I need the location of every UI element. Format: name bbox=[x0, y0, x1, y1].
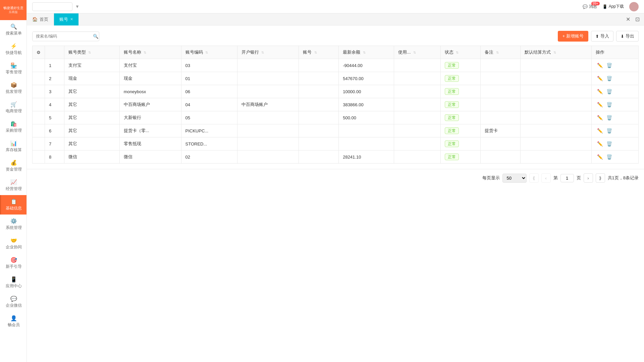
th-remark[interactable]: 备注 ⇅ bbox=[481, 46, 521, 59]
cell-default-settlement bbox=[521, 85, 592, 98]
sidebar-item-app-center[interactable]: 📱 应用中心 bbox=[0, 273, 26, 292]
tab-account[interactable]: 账号 ✕ bbox=[54, 13, 79, 25]
sidebar-item-search-menu[interactable]: 🔍 搜索菜单 bbox=[0, 20, 26, 40]
th-default-settlement[interactable]: 默认结算方式 ⇅ bbox=[521, 46, 592, 59]
app-name: 畅捷通好生意 bbox=[3, 6, 23, 10]
message-badge: 99+ bbox=[591, 2, 600, 5]
cell-index: 7 bbox=[45, 137, 64, 150]
cell-account-code: 01 bbox=[181, 72, 237, 85]
delete-button[interactable]: 🗑️ bbox=[606, 115, 612, 120]
sidebar-item-retail-mgmt[interactable]: 🏪 零售管理 bbox=[0, 59, 26, 78]
status-badge: 正常 bbox=[445, 154, 459, 160]
sort-icon: ⇅ bbox=[363, 51, 366, 54]
page-number-input[interactable] bbox=[560, 174, 574, 182]
th-account-name[interactable]: 账号名称 ⇅ bbox=[119, 46, 181, 59]
sidebar-item-capital-mgmt[interactable]: 💰 资金管理 bbox=[0, 156, 26, 176]
cell-account-code: 05 bbox=[181, 111, 237, 124]
app-download-button[interactable]: 📱 App下载 bbox=[602, 4, 624, 9]
per-page-select[interactable]: 50 10 20 100 bbox=[502, 174, 527, 183]
th-account-code[interactable]: 账号编码 ⇅ bbox=[181, 46, 237, 59]
sidebar-item-operation-mgmt[interactable]: 📈 经营管理 bbox=[0, 176, 26, 195]
tab-maximize-button[interactable]: ⊡ bbox=[633, 15, 641, 23]
chevron-down-icon[interactable]: ▼ bbox=[75, 4, 79, 9]
th-bank[interactable]: 开户银行 ⇅ bbox=[237, 46, 299, 59]
th-usage[interactable]: 使用... ⇅ bbox=[394, 46, 440, 59]
delete-button[interactable]: 🗑️ bbox=[606, 141, 612, 146]
cell-status: 正常 bbox=[440, 72, 481, 85]
cell-actions: ✏️ 🗑️ bbox=[591, 124, 638, 137]
prev-page-button[interactable]: ‹ bbox=[541, 173, 551, 183]
cell-balance: -90444.00 bbox=[339, 59, 394, 72]
sidebar-item-basic-info[interactable]: 📋 基础信息 bbox=[0, 195, 26, 215]
sort-icon: ⇅ bbox=[456, 51, 459, 54]
cell-remark bbox=[481, 150, 521, 164]
th-status[interactable]: 状态 ⇅ bbox=[440, 46, 481, 59]
app-logo: 畅捷通好生意 乐商版 bbox=[0, 0, 26, 20]
edit-button[interactable]: ✏️ bbox=[597, 141, 603, 146]
th-settings[interactable]: ⚙ bbox=[33, 46, 45, 59]
cell-account-type: 现金 bbox=[64, 72, 119, 85]
topbar-search-input[interactable] bbox=[32, 2, 72, 11]
message-button[interactable]: 💬 消息 99+ bbox=[583, 4, 597, 9]
search-input[interactable] bbox=[33, 32, 90, 41]
sidebar-item-label: 搜索菜单 bbox=[6, 31, 22, 36]
delete-button[interactable]: 🗑️ bbox=[606, 154, 612, 160]
tab-close-all-button[interactable]: ✕ bbox=[624, 15, 632, 23]
first-page-button[interactable]: ⟪ bbox=[529, 173, 539, 183]
export-icon: ⬇ bbox=[621, 34, 624, 39]
search-button[interactable]: 🔍 bbox=[90, 32, 99, 41]
th-account-type[interactable]: 账号类型 ⇅ bbox=[64, 46, 119, 59]
cell-account-name: 零售抵现 bbox=[119, 137, 181, 150]
edit-button[interactable]: ✏️ bbox=[597, 76, 603, 81]
import-button[interactable]: ⬆ 导入 bbox=[591, 31, 613, 42]
sidebar-item-inventory[interactable]: 📊 库存核算 bbox=[0, 137, 26, 156]
cell-remark bbox=[481, 111, 521, 124]
tab-home[interactable]: 🏠 首页 bbox=[27, 13, 54, 25]
main-area: ▼ 💬 消息 99+ 📱 App下载 🏠 首页 账号 ✕ ✕ ⊡ bbox=[27, 0, 644, 362]
cell-default-settlement bbox=[521, 72, 592, 85]
sidebar-item-purchase-mgmt[interactable]: 🛍️ 采购管理 bbox=[0, 117, 26, 137]
quick-nav-icon: ⚡ bbox=[10, 43, 17, 49]
edit-button[interactable]: ✏️ bbox=[597, 89, 603, 94]
edit-button[interactable]: ✏️ bbox=[597, 115, 603, 120]
sidebar-item-member[interactable]: 👤 畅会员 bbox=[0, 312, 26, 331]
edit-button[interactable]: ✏️ bbox=[597, 128, 603, 133]
sidebar-item-new-guide[interactable]: 🎯 新手引导 bbox=[0, 253, 26, 273]
sidebar-item-enterprise-wechat[interactable]: 💬 企业微信 bbox=[0, 292, 26, 312]
delete-button[interactable]: 🗑️ bbox=[606, 102, 612, 107]
add-account-button[interactable]: + 新增账号 bbox=[558, 31, 588, 42]
delete-button[interactable]: 🗑️ bbox=[606, 63, 612, 68]
sort-icon: ⇅ bbox=[261, 51, 264, 54]
sidebar-item-system-mgmt[interactable]: ⚙️ 系统管理 bbox=[0, 215, 26, 234]
th-balance[interactable]: 最新余额 ⇅ bbox=[339, 46, 394, 59]
th-account-no[interactable]: 账号 ⇅ bbox=[299, 46, 339, 59]
delete-button[interactable]: 🗑️ bbox=[606, 76, 612, 81]
edit-button[interactable]: ✏️ bbox=[597, 154, 603, 160]
cell-usage bbox=[394, 150, 440, 164]
sidebar-item-label: 企业微信 bbox=[6, 303, 22, 308]
cell-remark: 提货卡 bbox=[481, 124, 521, 137]
sidebar-item-ecommerce-mgmt[interactable]: 🛒 电商管理 bbox=[0, 98, 26, 117]
cell-actions: ✏️ 🗑️ bbox=[591, 59, 638, 72]
export-button[interactable]: ⬇ 导出 bbox=[616, 31, 639, 42]
sidebar-item-wholesale-mgmt[interactable]: 📦 批发管理 bbox=[0, 78, 26, 98]
last-page-button[interactable]: ⟫ bbox=[596, 173, 605, 183]
cell-checkbox bbox=[33, 137, 45, 150]
sidebar-item-enterprise-agreement[interactable]: 🤝 企业协同 bbox=[0, 234, 26, 253]
cell-usage bbox=[394, 85, 440, 98]
sidebar-item-quick-nav[interactable]: ⚡ 快捷导航 bbox=[0, 40, 26, 59]
cell-usage bbox=[394, 124, 440, 137]
avatar[interactable] bbox=[629, 2, 639, 11]
cell-account-type: 支付宝 bbox=[64, 59, 119, 72]
delete-button[interactable]: 🗑️ bbox=[606, 89, 612, 94]
edit-button[interactable]: ✏️ bbox=[597, 102, 603, 107]
tab-close-icon[interactable]: ✕ bbox=[70, 17, 73, 21]
cell-default-settlement bbox=[521, 137, 592, 150]
cell-account-code: 06 bbox=[181, 85, 237, 98]
delete-button[interactable]: 🗑️ bbox=[606, 128, 612, 133]
sidebar-item-label: 畅会员 bbox=[8, 322, 20, 328]
next-page-button[interactable]: › bbox=[584, 173, 593, 183]
edit-button[interactable]: ✏️ bbox=[597, 63, 603, 68]
cell-checkbox bbox=[33, 85, 45, 98]
th-account-name-label: 账号名称 bbox=[124, 50, 141, 55]
